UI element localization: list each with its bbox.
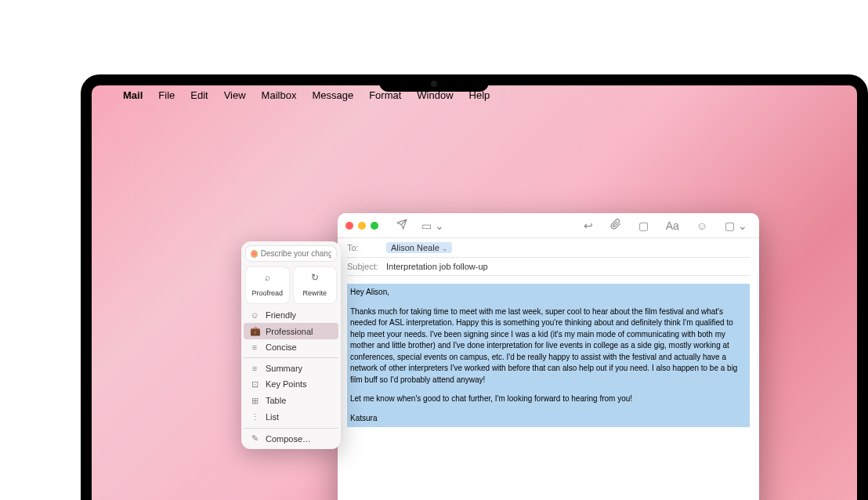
fullscreen-button[interactable] — [371, 222, 378, 230]
subject-row[interactable]: Subject: Interpretation job follow-up — [347, 258, 750, 276]
subject-value: Interpretation job follow-up — [386, 262, 488, 271]
close-button[interactable] — [345, 222, 353, 230]
signature: Katsura — [350, 413, 747, 425]
keypoints-icon: ⊡ — [250, 379, 259, 389]
selected-text-block: Hey Alison, Thanks much for taking time … — [347, 284, 750, 427]
mail-body[interactable]: Hey Alison, Thanks much for taking time … — [338, 276, 759, 435]
photo-icon[interactable]: ▢ — [635, 218, 653, 234]
transform-table[interactable]: ⊞ Table — [244, 393, 338, 409]
body-paragraph: Thanks much for taking time to meet with… — [350, 306, 747, 386]
briefcase-icon: 💼 — [250, 326, 259, 336]
writing-tools-panel: ⌕ Proofread ↻ Rewrite ☺ Friendly 💼 Profe… — [241, 241, 341, 449]
recipient-pill[interactable]: Alison Neale — [386, 242, 452, 253]
closing-paragraph: Let me know when's good to chat further,… — [350, 393, 747, 405]
summary-icon: ≡ — [250, 364, 259, 373]
header-dropdown-icon[interactable]: ▭ ⌄ — [418, 218, 448, 234]
transform-list[interactable]: ⋮ List — [244, 409, 338, 426]
transform-summary[interactable]: ≡ Summary — [244, 361, 338, 376]
table-icon: ⊞ — [250, 396, 259, 406]
app-menu[interactable]: Mail — [115, 87, 150, 103]
subject-label: Subject: — [347, 262, 386, 271]
window-controls — [345, 222, 378, 230]
menu-file[interactable]: File — [150, 87, 183, 103]
apple-menu[interactable] — [99, 92, 115, 97]
lines-icon: ≡ — [250, 342, 259, 352]
refresh-icon: ↻ — [297, 272, 334, 283]
desktop: Mail File Edit View Mailbox Message Form… — [81, 74, 868, 500]
emoji-icon[interactable]: ☺ — [693, 218, 711, 234]
menu-message[interactable]: Message — [304, 87, 361, 103]
tone-professional[interactable]: 💼 Professional — [244, 323, 338, 339]
sparkle-icon — [251, 250, 258, 258]
more-dropdown-icon[interactable]: ▢ ⌄ — [721, 218, 751, 234]
pencil-icon: ✎ — [250, 433, 259, 444]
list-icon: ⋮ — [250, 412, 259, 422]
greeting: Hey Alison, — [350, 287, 747, 299]
send-icon[interactable] — [392, 217, 411, 234]
to-label: To: — [347, 243, 386, 252]
mail-toolbar: ▭ ⌄ ↩ ▢ Aa ☺ ▢ ⌄ — [338, 213, 759, 238]
to-row[interactable]: To: Alison Neale — [347, 238, 750, 258]
mail-compose-window: ▭ ⌄ ↩ ▢ Aa ☺ ▢ ⌄ To: Alison Neale Subjec… — [338, 213, 759, 500]
tone-concise[interactable]: ≡ Concise — [244, 339, 338, 355]
proofread-button[interactable]: ⌕ Proofread — [245, 266, 290, 304]
menu-mailbox[interactable]: Mailbox — [254, 87, 305, 103]
transform-list: ≡ Summary ⊡ Key Points ⊞ Table ⋮ List — [244, 361, 338, 426]
writing-tools-describe-input[interactable] — [245, 245, 337, 262]
smile-icon: ☺ — [250, 310, 259, 320]
format-icon[interactable]: Aa — [662, 218, 683, 234]
transform-keypoints[interactable]: ⊡ Key Points — [244, 376, 338, 393]
menu-edit[interactable]: Edit — [183, 87, 215, 103]
tone-list: ☺ Friendly 💼 Professional ≡ Concise — [244, 307, 338, 355]
tone-friendly[interactable]: ☺ Friendly — [244, 307, 338, 323]
compose-item[interactable]: ✎ Compose… — [244, 430, 338, 447]
describe-change-field[interactable] — [261, 249, 331, 258]
reply-icon[interactable]: ↩ — [580, 218, 597, 234]
attach-icon[interactable] — [606, 217, 625, 234]
minimize-button[interactable] — [358, 222, 366, 230]
menu-view[interactable]: View — [216, 87, 254, 103]
rewrite-button[interactable]: ↻ Rewrite — [293, 266, 338, 304]
magnify-icon: ⌕ — [249, 272, 286, 283]
